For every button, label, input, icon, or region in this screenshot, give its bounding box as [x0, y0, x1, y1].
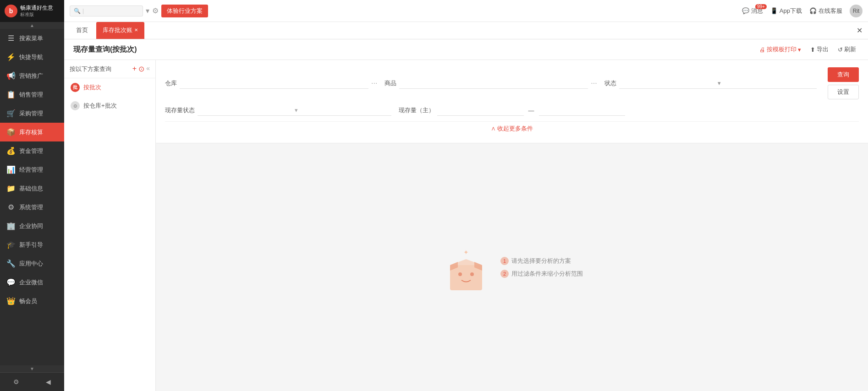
app-download-btn[interactable]: 📱 App下载	[770, 7, 802, 15]
topbar-search[interactable]: 🔍 |	[70, 5, 143, 16]
topbar-settings-icon[interactable]: ⚙	[152, 6, 159, 15]
sales-icon: 📋	[6, 90, 16, 99]
inventory-icon: 📦	[6, 128, 16, 136]
refresh-btn[interactable]: ↺ 刷新	[835, 44, 859, 55]
tab-inventory-batch[interactable]: 库存批次账 ✕	[96, 22, 144, 39]
right-panel: 仓库 ··· 商品 ··· 状态	[156, 60, 868, 391]
sidebar-item-basic[interactable]: 📁 基础信息	[0, 179, 64, 198]
topbar: 🔍 | ▾ ⚙ 体验行业方案 💬 消息 99+ 📱 App下载 🎧 在线客服	[64, 0, 868, 22]
headset-icon: 🎧	[809, 7, 817, 14]
svg-point-4	[458, 272, 462, 276]
scheme-icon-wb: ⊙	[71, 101, 80, 110]
tab-close-icon[interactable]: ✕	[134, 27, 138, 33]
sidebar-item-operations[interactable]: 📊 经营管理	[0, 160, 64, 179]
sidebar-item-enterprise[interactable]: 🏢 企业协同	[0, 217, 64, 235]
operations-icon: 📊	[6, 165, 16, 174]
panel-header: 按以下方案查询 + ⊙ «	[64, 60, 155, 78]
print-icon: 🖨	[759, 46, 765, 53]
export-btn[interactable]: ⬆ 导出	[808, 44, 831, 55]
svg-point-5	[470, 272, 474, 276]
sidebar-bottom: ⚙ ◀	[0, 372, 64, 391]
sidebar-nav: ☰ 搜索菜单 ⚡ 快捷导航 📢 营销推广 📋 销售管理 🛒 采购管理 📦 库存核…	[0, 29, 64, 365]
scheme-icon-batch: 批	[71, 83, 80, 92]
avatar: Rit	[850, 5, 863, 17]
left-panel: 按以下方案查询 + ⊙ « 批 按批次 ⊙ 按仓库+批次	[64, 60, 156, 391]
collapse-icon: ∧	[491, 125, 496, 132]
collapse-filters-btn[interactable]: ∧ 收起更多条件	[165, 121, 859, 136]
scheme-item-warehouse-batch[interactable]: ⊙ 按仓库+批次	[64, 97, 155, 115]
empty-hint-1: 1 请先选择要分析的方案	[500, 257, 583, 265]
sidebar: b 畅康通好生意 标准版 ▲ ☰ 搜索菜单 ⚡ 快捷导航 📢 营销推广 📋 销售…	[0, 0, 64, 391]
sidebar-item-system[interactable]: ⚙ 系统管理	[0, 198, 64, 217]
sidebar-item-wechat[interactable]: 💬 企业微信	[0, 273, 64, 292]
scroll-down[interactable]: ▼	[0, 365, 64, 372]
search-nav-icon: ☰	[6, 34, 16, 43]
scroll-up[interactable]: ▲	[0, 22, 64, 29]
sidebar-item-purchase[interactable]: 🛒 采购管理	[0, 104, 64, 123]
status-arrow-icon: ▾	[718, 80, 814, 87]
refresh-icon: ↺	[838, 46, 843, 53]
print-dropdown-icon: ▾	[798, 46, 801, 53]
status-dropdown[interactable]: ▾	[619, 78, 817, 89]
sidebar-item-marketing[interactable]: 📢 营销推广	[0, 66, 64, 85]
empty-svg: ✦	[441, 244, 491, 295]
filter-warehouse: 仓库 ···	[165, 78, 377, 89]
close-tab-btn[interactable]: ✕	[857, 26, 863, 35]
settings-btn[interactable]: 设置	[828, 85, 859, 99]
user-avatar[interactable]: Rit	[850, 5, 863, 17]
product-input[interactable]	[399, 78, 588, 89]
enterprise-icon: 🏢	[6, 222, 16, 230]
panel-collapse-btn[interactable]: «	[146, 65, 150, 73]
sidebar-header: b 畅康通好生意 标准版	[0, 0, 64, 22]
empty-illustration: ✦	[441, 244, 487, 290]
page-title: 现存量查询(按批次)	[73, 45, 137, 54]
add-scheme-btn[interactable]: +	[132, 65, 137, 73]
sidebar-item-search[interactable]: ☰ 搜索菜单	[0, 29, 64, 48]
sidebar-item-inventory[interactable]: 📦 库存核算	[0, 123, 64, 141]
sidebar-item-newguide[interactable]: 🎓 新手引导	[0, 235, 64, 254]
topbar-dropdown-icon[interactable]: ▾	[146, 6, 149, 15]
sidebar-item-member[interactable]: 👑 畅会员	[0, 292, 64, 310]
sidebar-item-quicknav[interactable]: ⚡ 快捷导航	[0, 48, 64, 66]
content-body: 按以下方案查询 + ⊙ « 批 按批次 ⊙ 按仓库+批次	[64, 60, 868, 391]
warehouse-input[interactable]	[180, 78, 368, 89]
search-icon: 🔍	[74, 8, 81, 14]
sidebar-item-finance[interactable]: 💰 资金管理	[0, 141, 64, 160]
topbar-right: 💬 消息 99+ 📱 App下载 🎧 在线客服 Rit	[742, 5, 863, 17]
empty-hints: 1 请先选择要分析的方案 2 用过滤条件来缩小分析范围	[500, 257, 583, 278]
scheme-settings-icon: ⊙	[138, 65, 144, 73]
app-logo: b	[5, 5, 17, 17]
tab-home[interactable]: 首页	[70, 22, 94, 39]
scheme-item-batch[interactable]: 批 按批次	[64, 78, 155, 97]
svg-text:✦: ✦	[463, 249, 469, 256]
tab-close-panel: ✕	[857, 26, 863, 35]
content-area: 现存量查询(按批次) 🖨 按模板打印 ▾ ⬆ 导出 ↺ 刷新	[64, 39, 868, 391]
inventory-min-input[interactable]	[437, 105, 524, 116]
system-icon: ⚙	[6, 203, 16, 212]
messages-btn[interactable]: 💬 消息 99+	[742, 7, 763, 15]
page-actions: 🖨 按模板打印 ▾ ⬆ 导出 ↺ 刷新	[757, 44, 859, 55]
tabbar: 首页 库存批次账 ✕ ✕	[64, 22, 868, 39]
member-icon: 👑	[6, 297, 16, 305]
filter-area: 仓库 ··· 商品 ··· 状态	[156, 60, 868, 143]
sidebar-settings-btn[interactable]: ⚙	[10, 376, 23, 387]
action-buttons: 查询 设置	[828, 67, 859, 99]
print-btn[interactable]: 🖨 按模板打印 ▾	[757, 44, 804, 55]
customer-service-btn[interactable]: 🎧 在线客服	[809, 7, 842, 15]
inventory-max-input[interactable]	[539, 105, 626, 116]
trial-btn[interactable]: 体验行业方案	[161, 5, 208, 17]
query-btn[interactable]: 查询	[828, 67, 859, 82]
sidebar-item-appcenter[interactable]: 🔧 应用中心	[0, 254, 64, 273]
appcenter-icon: 🔧	[6, 259, 16, 268]
inventory-status-dropdown[interactable]: ▾	[198, 105, 391, 116]
warehouse-more-btn[interactable]: ···	[371, 79, 377, 87]
marketing-icon: 📢	[6, 71, 16, 80]
product-more-btn[interactable]: ···	[591, 79, 597, 87]
svg-rect-0	[450, 265, 482, 290]
inv-status-arrow-icon: ▾	[295, 107, 389, 114]
empty-state: ✦ 1 请先选择要分析的方案 2 用过滤条件来缩小分析范围	[156, 143, 868, 391]
filter-inventory-main: 现存量（主） —	[399, 105, 625, 116]
sidebar-item-sales[interactable]: 📋 销售管理	[0, 85, 64, 104]
sidebar-collapse-btn[interactable]: ◀	[42, 376, 55, 387]
filter-row-2: 现存量状态 ▾ 现存量（主） —	[165, 105, 859, 116]
